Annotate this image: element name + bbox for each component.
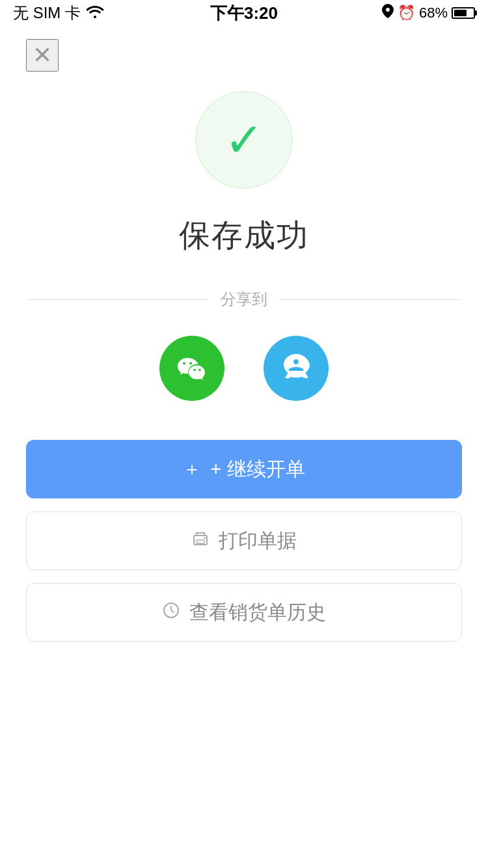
print-button-label: 打印单据 <box>219 528 297 554</box>
success-title: 保存成功 <box>179 215 309 256</box>
history-button[interactable]: 查看销货单历史 <box>26 583 462 642</box>
share-divider: 分享到 <box>26 289 462 310</box>
plus-icon: ＋ <box>183 457 201 481</box>
action-buttons-container: ＋ + 继续开单 打印单据 查看销货单历 <box>26 440 462 642</box>
share-label: 分享到 <box>221 289 267 310</box>
svg-point-2 <box>204 537 206 539</box>
svg-rect-1 <box>197 540 204 543</box>
status-left: 无 SIM 卡 <box>13 3 104 23</box>
checkmark-icon: ✓ <box>224 116 264 163</box>
qq-share-button[interactable] <box>264 336 329 401</box>
share-icons-container <box>159 336 329 401</box>
qq-icon <box>278 350 314 387</box>
close-icon: ✕ <box>33 44 52 67</box>
location-icon <box>382 4 394 22</box>
print-button[interactable]: 打印单据 <box>26 511 462 570</box>
battery-text: 68% <box>419 5 448 21</box>
status-bar: 无 SIM 卡 下午3:20 ⏰ 68% <box>0 0 488 26</box>
history-button-label: 查看销货单历史 <box>189 599 326 626</box>
sim-text: 无 SIM 卡 <box>13 3 81 23</box>
continue-button-label: + 继续开单 <box>210 456 305 483</box>
success-icon-circle: ✓ <box>195 91 293 189</box>
divider-line-left <box>26 299 208 300</box>
alarm-icon: ⏰ <box>398 5 415 21</box>
wifi-icon <box>86 4 104 22</box>
status-time: 下午3:20 <box>210 2 278 25</box>
divider-line-right <box>280 299 462 300</box>
continue-button[interactable]: ＋ + 继续开单 <box>26 440 462 498</box>
battery-icon <box>452 7 475 19</box>
status-right: ⏰ 68% <box>382 4 475 22</box>
history-icon <box>162 601 180 624</box>
wechat-share-button[interactable] <box>159 336 224 401</box>
wechat-icon <box>174 350 210 387</box>
main-content: ✕ ✓ 保存成功 分享到 ＋ + 继续开单 <box>0 26 488 668</box>
print-icon <box>191 530 210 552</box>
close-button[interactable]: ✕ <box>26 39 59 72</box>
